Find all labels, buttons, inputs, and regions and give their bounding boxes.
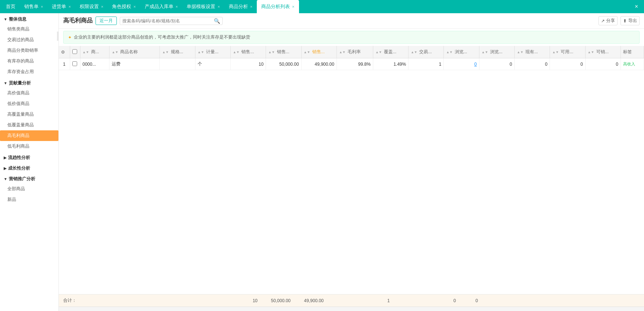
footer-spacer8 <box>414 298 436 303</box>
sidebar: 《 ▼ 整体信息 销售类商品 交易过的商品 商品分类助销率 有库存的商品 库存资… <box>0 13 59 311</box>
sort-sales-amount-icon: ▲▼ <box>268 50 275 54</box>
footer-available: 0 <box>458 298 480 303</box>
sidebar-item-low-margin[interactable]: 低毛利商品 <box>0 141 58 152</box>
sidebar-item-low-value[interactable]: 低价值商品 <box>0 98 58 109</box>
export-button[interactable]: ⬆ 导出 <box>620 16 640 25</box>
col-unit[interactable]: ▲▼ 计量... <box>195 46 230 58</box>
nav-template-settings[interactable]: 单据模板设置 × <box>182 0 224 13</box>
footer-spacer6 <box>348 298 370 303</box>
tip-bar: ✦ 企业的主要的利润都是这部分商品创造的，可考虑加大推广，同时关注库存是不要出现… <box>63 31 640 44</box>
nav-product-warehouse[interactable]: 产成品入库单 × <box>140 0 182 13</box>
close-tab-sales[interactable]: × <box>41 4 43 9</box>
nav-roles[interactable]: 角色授权 × <box>108 0 140 13</box>
sort-browse2-icon: ▲▼ <box>482 50 488 54</box>
close-tab-template[interactable]: × <box>217 4 220 9</box>
sort-name-icon: ▲▼ <box>112 50 118 54</box>
table-container: ⚙ ▲▼ 商... ▲▼ 商品名称 <box>59 46 644 294</box>
close-tab-product-warehouse[interactable]: × <box>176 4 178 9</box>
close-tab-roles[interactable]: × <box>133 4 136 9</box>
sidebar-group-overall[interactable]: ▼ 整体信息 <box>0 13 58 24</box>
nav-product-analysis-list[interactable]: 商品分析列表 × <box>257 0 299 13</box>
cell-sales-amount: 50,000.00 <box>266 58 301 70</box>
close-tab-purchase[interactable]: × <box>68 4 71 9</box>
tip-icon: ✦ <box>68 35 72 40</box>
close-window-button[interactable]: × <box>630 3 643 10</box>
cell-transaction: 1 <box>409 58 444 70</box>
sidebar-item-all-goods[interactable]: 全部商品 <box>0 184 58 194</box>
footer-total-bar: 合计： 10 50,000.00 49,900.00 1 0 0 <box>59 294 644 307</box>
sidebar-group-marketing[interactable]: ▼ 营销推广分析 <box>0 173 58 184</box>
sidebar-item-new-goods[interactable]: 新品 <box>0 194 58 205</box>
search-icon[interactable]: 🔍 <box>214 18 220 24</box>
col-sales-qty[interactable]: ▲▼ 销售... <box>231 46 266 58</box>
col-spec[interactable]: ▲▼ 规格... <box>160 46 195 58</box>
total-label: 合计： <box>63 297 100 304</box>
nav-product-analysis[interactable]: 商品分析 × <box>224 0 257 13</box>
col-current-stock[interactable]: ▲▼ 现有... <box>515 46 550 58</box>
sort-saleable-icon: ▲▼ <box>588 50 594 54</box>
col-sales-cost[interactable]: ▲▼ 销售... <box>301 46 337 58</box>
search-input[interactable] <box>122 18 214 23</box>
col-saleable[interactable]: ▲▼ 可销... <box>585 46 620 58</box>
cell-tag: 高收入 <box>620 58 644 70</box>
sidebar-item-traded-goods[interactable]: 交易过的商品 <box>0 35 58 45</box>
footer-cells: 10 50,000.00 49,900.00 1 0 0 <box>100 298 640 303</box>
sidebar-item-category-sales-rate[interactable]: 商品分类助销率 <box>0 45 58 56</box>
nav-sales-order[interactable]: 销售单 × <box>20 0 47 13</box>
cell-available: 0 <box>550 58 585 70</box>
col-sales-amount[interactable]: ▲▼ 销售... <box>266 46 301 58</box>
sidebar-item-low-coverage[interactable]: 低覆盖量商品 <box>0 120 58 130</box>
sort-sales-cost-icon: ▲▼ <box>304 50 310 54</box>
content-area: 高毛利商品 近一月 🔍 ↗ 分享 ⬆ 导出 ✦ 企业的主要的利润都是这部分商品创… <box>59 13 644 311</box>
footer-spacer3 <box>186 298 216 303</box>
share-icon: ↗ <box>601 18 605 23</box>
share-button[interactable]: ↗ 分享 <box>598 16 618 25</box>
col-name[interactable]: ▲▼ 商品名称 <box>109 46 160 58</box>
horizontal-scrollbar[interactable] <box>59 307 644 311</box>
footer-current-stock: 0 <box>436 298 458 303</box>
sidebar-item-high-coverage[interactable]: 高覆盖量商品 <box>0 109 58 120</box>
col-gross-margin[interactable]: ▲▼ 毛利率 <box>337 46 373 58</box>
close-tab-product-analysis-list[interactable]: × <box>292 4 294 9</box>
footer-spacer2 <box>157 298 186 303</box>
select-all-checkbox[interactable] <box>72 49 77 54</box>
col-tag: 标签 <box>620 46 644 58</box>
col-settings[interactable]: ⚙ <box>59 46 70 58</box>
nav-permissions[interactable]: 权限设置 × <box>75 0 108 13</box>
cell-index: 1 <box>59 58 70 70</box>
col-available[interactable]: ▲▼ 可用... <box>550 46 585 58</box>
export-icon: ⬆ <box>623 18 627 23</box>
sidebar-group-growth[interactable]: ▶ 成长性分析 <box>0 162 58 173</box>
sort-coverage-icon: ▲▼ <box>375 50 382 54</box>
sidebar-item-in-stock-goods[interactable]: 有库存的商品 <box>0 56 58 66</box>
cell-browse1[interactable]: 0 <box>444 58 479 70</box>
nav-purchase-order[interactable]: 进货单 × <box>47 0 75 13</box>
sidebar-collapse-button[interactable]: 《 <box>57 32 59 41</box>
search-box: 🔍 <box>120 17 223 25</box>
data-table: ⚙ ▲▼ 商... ▲▼ 商品名称 <box>59 46 644 70</box>
col-transaction[interactable]: ▲▼ 交易... <box>409 46 444 58</box>
sidebar-item-high-margin[interactable]: 高毛利商品 <box>0 130 58 141</box>
sort-spec-icon: ▲▼ <box>162 50 169 54</box>
sidebar-item-inventory-capital[interactable]: 库存资金占用 <box>0 66 58 77</box>
sidebar-group-contribution[interactable]: ▼ 贡献量分析 <box>0 77 58 88</box>
close-tab-permissions[interactable]: × <box>101 4 103 9</box>
footer-transaction: 1 <box>370 298 392 303</box>
arrow-marketing-icon: ▼ <box>4 177 7 181</box>
col-browse1[interactable]: ▲▼ 浏览... <box>444 46 479 58</box>
footer-spacer5 <box>326 298 348 303</box>
close-tab-product-analysis[interactable]: × <box>250 4 252 9</box>
col-code[interactable]: ▲▼ 商... <box>80 46 109 58</box>
period-button[interactable]: 近一月 <box>96 17 117 25</box>
top-navigation: 首页 销售单 × 进货单 × 权限设置 × 角色授权 × 产成品入库单 × 单据… <box>0 0 644 13</box>
nav-home[interactable]: 首页 <box>1 0 20 13</box>
col-browse2[interactable]: ▲▼ 浏览... <box>479 46 514 58</box>
row-checkbox[interactable] <box>72 61 77 66</box>
arrow-growth-icon: ▶ <box>4 166 7 170</box>
sidebar-item-high-value[interactable]: 高价值商品 <box>0 88 58 98</box>
sidebar-group-trend[interactable]: ▶ 流趋性分析 <box>0 152 58 162</box>
col-coverage[interactable]: ▲▼ 覆盖... <box>373 46 408 58</box>
cell-sales-qty: 10 <box>231 58 266 70</box>
sidebar-item-sales-goods[interactable]: 销售类商品 <box>0 24 58 35</box>
cell-gross-margin: 99.8% <box>337 58 373 70</box>
